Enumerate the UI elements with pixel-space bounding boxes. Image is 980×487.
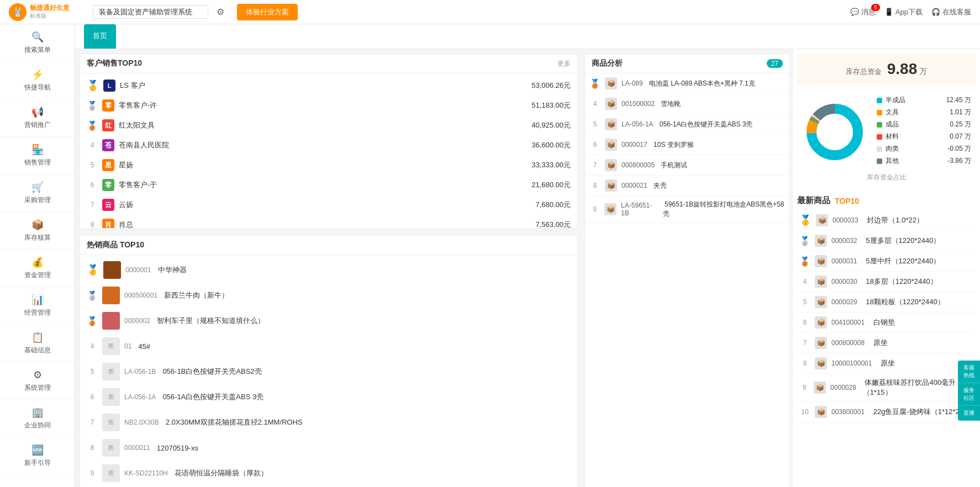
rank-item: 🥈 零 零售客户-许 51,183.00元 [80,96,577,115]
sidebar-label-finance: 资金管理 [24,271,51,280]
sidebar-item-finance[interactable]: 💰 资金管理 [0,250,75,287]
mid-product-item: 9 📦 LA-59651-1B 59651-1B旋转投影灯电池盒ABS黑色+58… [585,196,789,223]
operations-icon: 📊 [31,294,44,306]
sidebar-item-purchase[interactable]: 🛒 采购管理 [0,174,75,212]
product-code: 0000002 [124,317,150,325]
app-download-label: App下载 [895,7,923,17]
try-button[interactable]: 体验行业方案 [237,4,298,20]
product-image [102,312,120,330]
inventory-total-label: 库存总资金 [846,67,882,76]
newest-list: 🥇 📦 0000033 封边带（1.0*22） 🥈 📦 0000032 5厘多层… [797,210,976,422]
medal-silver-icon: 🥈 [87,100,98,111]
newest-item: 8 📦 10000100001 原坐 [797,353,976,374]
legend-value: 0.25 万 [950,120,971,129]
sidebar-item-inventory[interactable]: 📦 库存核算 [0,212,75,250]
newest-product-icon: 📦 [815,316,827,329]
rank-badge: 红 [102,119,114,131]
sidebar-item-marketing[interactable]: 📢 营销推广 [0,99,75,137]
hot-product-item: 🥈 000500001 新西兰牛肉（新牛） [80,283,577,308]
newest-product-icon: 📦 [815,357,827,369]
product-code: 001000002 [621,100,655,108]
legend-item: 其他 -3.86 万 [877,156,971,166]
legend-item: 成品 0.25 万 [877,120,971,129]
rank-number: 4 [799,278,810,285]
mid-product-icon: 📦 [605,118,617,130]
mid-product-item: 7 📦 000800005 手机测试 [585,155,789,176]
rank-badge: 零 [102,99,114,112]
rank-number: 9 [589,205,600,213]
rank-number: 5 [87,161,98,169]
newest-item: 7 📦 000800008 原坐 [797,333,976,353]
newest-product-icon: 📦 [815,296,827,308]
customer-rank-title: 客户销售TOP10 [87,59,142,68]
sidebar-item-enterprise[interactable]: 🏢 企业协同 [0,400,75,437]
online-service-item[interactable]: 🎧 在线客服 [931,7,971,17]
mid-product-icon: 📦 [605,77,617,89]
app-download-item[interactable]: 📱 App下载 [884,7,923,17]
rank-value: 53,006.26元 [531,81,571,91]
mid-product-item: 5 📦 LA-056-1A 056-1A白色按键开关盖ABS 3壳 [585,114,789,135]
rank-number: 6 [87,181,98,189]
sidebar-item-operations[interactable]: 📊 经营管理 [0,287,75,325]
product-name: 雪地靴 [659,99,681,109]
main-content: 首页 客户销售TOP10 更多 🥇 L LS 客户 53,006.26元 🥈 零… [75,24,980,487]
product-name: 体嫩荔枝味苏打饮品400毫升（1*15） [863,378,973,398]
rank-number: 5 [589,120,600,128]
product-image-placeholder: 图 [102,414,120,431]
product-name: 12070519-xs [157,444,198,452]
product-name: 10S 变刹罗猴 [652,140,694,150]
rank-number: 6 [589,141,600,149]
sidebar-item-system[interactable]: ⚙ 系统管理 [0,362,75,400]
product-name: 18多层（1220*2440） [864,277,937,287]
float-community[interactable]: 服务社区 [958,383,980,406]
product-name: 056-1A白色按键开关盖ABS 3壳 [657,120,752,129]
sidebar-item-search[interactable]: 🔍 搜索菜单 [0,24,75,62]
hot-product-item: 7 图 NB2.0X30B 2.0X30MM双搓花轴搓花直径2.1MM/ROHS [80,410,577,435]
inventory-total: 库存总资金 9.88 万 [797,54,976,84]
product-image [102,287,120,304]
sidebar-label-marketing: 营销推广 [24,120,51,130]
product-name: 新西兰牛肉（新牛） [164,290,229,300]
rank-number: 8 [87,444,98,452]
sidebar-item-guide[interactable]: 🆕 新手引导 [0,437,75,475]
newest-item: 9 📦 0000028 体嫩荔枝味苏打饮品400毫升（1*15） [797,374,976,402]
rank-item: 4 苍 苍南县人民医院 36,600.00元 [80,135,577,155]
product-code: 0000032 [831,237,857,245]
sidebar-label-inventory: 库存核算 [24,233,51,242]
hot-product-item: 🥇 0000001 中华神器 [80,257,577,283]
product-code: LA-056-1B [124,368,156,375]
middle-section-header: 商品分析 27 [585,54,789,73]
product-code: NB2.0X30B [124,419,159,426]
system-select[interactable]: 装备及固定资产辅助管理系统 [93,5,208,19]
newest-product-icon: 📦 [815,276,827,288]
rank-badge: 星 [102,159,114,171]
mid-product-item: 4 📦 001000002 雪地靴 [585,94,789,114]
purchase-icon: 🛒 [31,181,44,193]
sidebar-item-sales[interactable]: 🏪 销售管理 [0,137,75,174]
product-name: 2.0X30MM双搓花轴搓花直径2.1MM/ROHS [166,417,303,427]
sidebar-item-quicknav[interactable]: ⚡ 快捷导航 [0,62,75,99]
message-item[interactable]: 💬 消息 6 [850,7,876,17]
rank-badge: 云 [102,199,114,211]
product-name: 白钢垫 [871,317,895,327]
product-code: 0000001 [125,266,151,274]
medal-gold-icon: 🥇 [87,264,99,276]
sidebar-item-baseinfo[interactable]: 📋 基础信息 [0,325,75,362]
tab-home[interactable]: 首页 [84,24,116,49]
mid-product-icon: 📦 [605,159,617,171]
middle-count: 27 [767,59,783,68]
medal-silver-icon: 🥈 [799,236,810,246]
product-code: KK-SD22110H [124,469,168,477]
float-live[interactable]: 直播 [958,406,980,421]
rank-value: 33,333.00元 [531,160,571,170]
content-wrapper: 客户销售TOP10 更多 🥇 L LS 客户 53,006.26元 🥈 零 零售… [75,49,980,487]
gear-button[interactable]: ⚙ [213,4,228,20]
rank-number: 8 [589,182,600,189]
rank-value: 51,183.00元 [531,100,571,110]
medal-gold-icon: 🥇 [87,80,99,92]
float-customer-service[interactable]: 客服热线 [958,361,980,383]
product-name: 原坐 [878,358,895,368]
legend-dot [877,110,882,115]
product-code: LA-056-1A [621,120,653,128]
customer-rank-more[interactable]: 更多 [557,59,571,68]
